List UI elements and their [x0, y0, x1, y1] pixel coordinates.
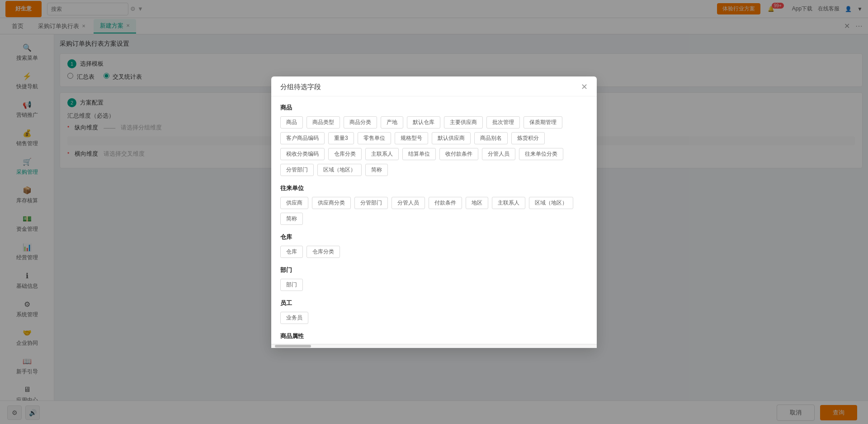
- section-title-product-attr: 商品属性: [280, 332, 588, 340]
- field-tag[interactable]: 收付款条件: [439, 148, 478, 160]
- field-tag[interactable]: 商品: [280, 116, 303, 129]
- field-tag[interactable]: 默认仓库: [407, 116, 440, 129]
- field-tag[interactable]: 主要供应商: [444, 116, 483, 129]
- field-tag[interactable]: 主联系人: [365, 148, 399, 160]
- field-tag[interactable]: 商品别名: [474, 132, 508, 144]
- field-tags-employee: 业务员: [280, 312, 588, 324]
- field-tag[interactable]: 仓库分类: [328, 148, 362, 160]
- field-tags-partner: 供应商 供应商分类 分管部门 分管人员 付款条件 地区 主联系人 区域（地区） …: [280, 197, 588, 225]
- field-tag[interactable]: 产地: [381, 116, 403, 129]
- section-title-goods: 商品: [280, 104, 588, 112]
- field-tag[interactable]: 供应商分类: [312, 197, 351, 209]
- field-tag[interactable]: 重量3: [328, 132, 354, 144]
- field-tags-department: 部门: [280, 279, 588, 291]
- modal-hscroll[interactable]: [271, 344, 597, 348]
- field-tags-warehouse: 仓库 仓库分类: [280, 246, 588, 258]
- field-section-employee: 员工 业务员: [280, 299, 588, 324]
- section-title-partner: 往来单位: [280, 184, 588, 192]
- field-tag[interactable]: 客户商品编码: [280, 132, 325, 144]
- modal-header: 分组待选字段 ✕: [271, 76, 597, 96]
- modal-body: 商品 商品 商品类型 商品分类 产地 默认仓库 主要供应商 批次管理 保质期管理…: [271, 96, 597, 344]
- field-section-product-attr: 商品属性 属性 颜色 多规格 尺码 鞋码 1: [280, 332, 588, 344]
- field-tag[interactable]: 区域（地区）: [317, 164, 362, 176]
- section-title-department: 部门: [280, 266, 588, 274]
- field-section-department: 部门 部门: [280, 266, 588, 291]
- hscroll-thumb[interactable]: [275, 345, 311, 348]
- field-tag[interactable]: 分管人员: [482, 148, 515, 160]
- field-tag[interactable]: 往来单位分类: [519, 148, 563, 160]
- field-tag[interactable]: 分管部门: [354, 197, 388, 209]
- field-tag[interactable]: 付款条件: [429, 197, 462, 209]
- field-tag[interactable]: 仓库分类: [307, 246, 340, 258]
- field-tag[interactable]: 规格型号: [395, 132, 428, 144]
- field-tag[interactable]: 零售单位: [358, 132, 391, 144]
- modal-overlay[interactable]: 分组待选字段 ✕ 商品 商品 商品类型 商品分类 产地 默认仓库 主要供应商 批…: [0, 0, 868, 424]
- section-title-employee: 员工: [280, 299, 588, 307]
- field-section-warehouse: 仓库 仓库 仓库分类: [280, 233, 588, 258]
- field-tag[interactable]: 简称: [365, 164, 388, 176]
- modal-close-btn[interactable]: ✕: [581, 83, 588, 91]
- field-tag[interactable]: 税收分类编码: [280, 148, 325, 160]
- field-tag[interactable]: 分管部门: [280, 164, 314, 176]
- field-tag[interactable]: 炼货积分: [511, 132, 545, 144]
- field-tag[interactable]: 地区: [466, 197, 488, 209]
- field-section-goods: 商品 商品 商品类型 商品分类 产地 默认仓库 主要供应商 批次管理 保质期管理…: [280, 104, 588, 176]
- field-tag[interactable]: 主联系人: [492, 197, 525, 209]
- field-tag[interactable]: 简称: [280, 213, 303, 225]
- field-tag[interactable]: 业务员: [280, 312, 308, 324]
- field-tag[interactable]: 保质期管理: [524, 116, 562, 129]
- field-tag[interactable]: 部门: [280, 279, 303, 291]
- field-tag[interactable]: 商品类型: [307, 116, 340, 129]
- field-tag[interactable]: 区域（地区）: [529, 197, 573, 209]
- field-section-partner: 往来单位 供应商 供应商分类 分管部门 分管人员 付款条件 地区 主联系人 区域…: [280, 184, 588, 225]
- field-tag[interactable]: 默认供应商: [432, 132, 471, 144]
- field-tags-goods: 商品 商品类型 商品分类 产地 默认仓库 主要供应商 批次管理 保质期管理 客户…: [280, 116, 588, 176]
- field-tag[interactable]: 分管人员: [392, 197, 425, 209]
- field-tag[interactable]: 仓库: [280, 246, 303, 258]
- field-tag[interactable]: 商品分类: [344, 116, 377, 129]
- field-select-modal: 分组待选字段 ✕ 商品 商品 商品类型 商品分类 产地 默认仓库 主要供应商 批…: [271, 76, 597, 348]
- modal-title: 分组待选字段: [280, 83, 321, 91]
- field-tag[interactable]: 供应商: [280, 197, 308, 209]
- field-tag[interactable]: 结算单位: [402, 148, 436, 160]
- field-tag[interactable]: 批次管理: [486, 116, 520, 129]
- section-title-warehouse: 仓库: [280, 233, 588, 241]
